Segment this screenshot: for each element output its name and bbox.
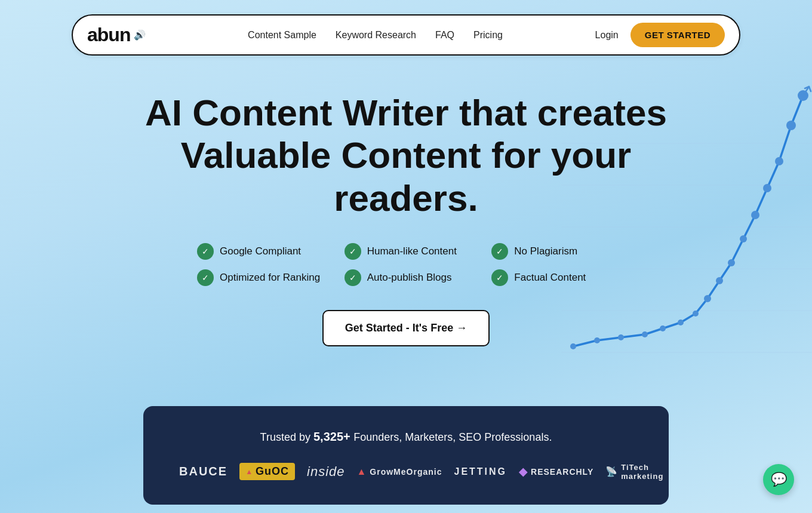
navbar: abun 🔊 Content Sample Keyword Research F… bbox=[72, 14, 740, 56]
hero-title: AI Content Writer that creates Valuable … bbox=[137, 91, 675, 219]
check-icon-human: ✓ bbox=[345, 243, 361, 260]
logo-jetting: JETTING bbox=[454, 466, 507, 477]
nav-keyword-research[interactable]: Keyword Research bbox=[336, 30, 416, 41]
feature-optimized: ✓ Optimized for Ranking bbox=[197, 269, 321, 286]
nav-faq[interactable]: FAQ bbox=[435, 30, 454, 41]
check-icon-optimized: ✓ bbox=[197, 269, 214, 286]
nav-right: Login GET STARTED bbox=[595, 23, 725, 47]
nav-links: Content Sample Keyword Research FAQ Pric… bbox=[174, 30, 576, 41]
trusted-count: 5,325+ bbox=[313, 430, 353, 443]
chat-icon: 💬 bbox=[771, 472, 787, 487]
logo-bauce: BAUCE bbox=[179, 465, 227, 478]
check-icon-plagiarism: ✓ bbox=[491, 243, 508, 260]
feature-auto-publish: ✓ Auto-publish Blogs bbox=[345, 269, 468, 286]
feature-human-like: ✓ Human-like Content bbox=[345, 243, 468, 260]
logo-area: abun 🔊 bbox=[87, 24, 146, 46]
researchly-icon: ◆ bbox=[519, 465, 528, 478]
nav-content-sample[interactable]: Content Sample bbox=[248, 30, 316, 41]
feature-label-google: Google Compliant bbox=[220, 245, 301, 257]
chat-bubble[interactable]: 💬 bbox=[763, 464, 794, 495]
login-link[interactable]: Login bbox=[595, 30, 619, 41]
feature-label-publish: Auto-publish Blogs bbox=[367, 272, 452, 284]
growme-icon: ▲ bbox=[357, 466, 367, 477]
logos-row: BAUCE ▲ GuOC inside ▲ GrowMeOrganic JETT… bbox=[179, 463, 633, 481]
trusted-text: Trusted by 5,325+ Founders, Marketers, S… bbox=[179, 430, 633, 444]
hero-cta-button[interactable]: Get Started - It's Free → bbox=[322, 310, 490, 346]
feature-label-human: Human-like Content bbox=[367, 245, 457, 257]
logo-guoc: ▲ GuOC bbox=[239, 463, 295, 480]
hero-section: AI Content Writer that creates Valuable … bbox=[0, 56, 812, 370]
logo-titech: 📡 TiTech marketing bbox=[605, 463, 663, 481]
feature-google-compliant: ✓ Google Compliant bbox=[197, 243, 321, 260]
sound-icon: 🔊 bbox=[134, 29, 146, 41]
feature-no-plagiarism: ✓ No Plagiarism bbox=[491, 243, 615, 260]
trusted-suffix: Founders, Marketers, SEO Professionals. bbox=[353, 431, 552, 443]
features-grid: ✓ Google Compliant ✓ Human-like Content … bbox=[197, 243, 615, 286]
feature-label-optimized: Optimized for Ranking bbox=[220, 272, 320, 284]
logo-growme: ▲ GrowMeOrganic bbox=[357, 466, 442, 477]
feature-label-plagiarism: No Plagiarism bbox=[514, 245, 577, 257]
trusted-prefix: Trusted by bbox=[260, 431, 313, 443]
navbar-wrapper: abun 🔊 Content Sample Keyword Research F… bbox=[0, 0, 812, 56]
nav-pricing[interactable]: Pricing bbox=[473, 30, 503, 41]
check-icon-google: ✓ bbox=[197, 243, 214, 260]
check-icon-publish: ✓ bbox=[345, 269, 361, 286]
logo-researchly: ◆ RESEARCHLY bbox=[519, 465, 593, 478]
trusted-section: Trusted by 5,325+ Founders, Marketers, S… bbox=[143, 406, 669, 505]
titech-icon: 📡 bbox=[605, 466, 618, 477]
logo-text: abun bbox=[87, 24, 130, 46]
feature-label-factual: Factual Content bbox=[514, 272, 586, 284]
check-icon-factual: ✓ bbox=[491, 269, 508, 286]
logo-inside: inside bbox=[307, 464, 345, 480]
get-started-button[interactable]: GET STARTED bbox=[630, 23, 725, 47]
feature-factual: ✓ Factual Content bbox=[491, 269, 615, 286]
